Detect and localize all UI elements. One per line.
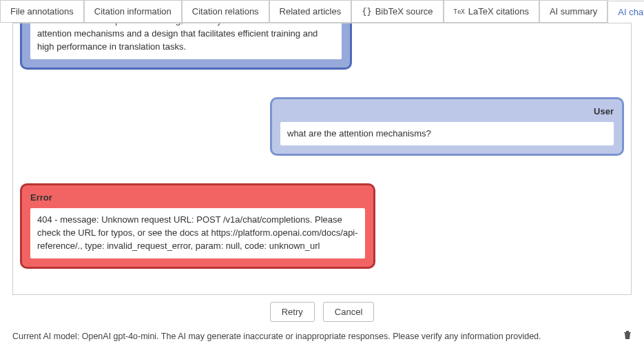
- tab-ai-chat[interactable]: AI chat: [607, 1, 644, 23]
- footer-text: Current AI model: OpenAI gpt-4o-mini. Th…: [12, 332, 541, 341]
- tab-related-articles[interactable]: Related articles: [269, 0, 352, 22]
- cancel-button[interactable]: Cancel: [323, 302, 374, 322]
- clear-chat-button[interactable]: [623, 330, 632, 342]
- tab-bibtex-source[interactable]: {}BibTeX source: [351, 0, 443, 22]
- user-message: User what are the attention mechanisms?: [270, 97, 624, 156]
- error-message: Error 404 - message: Unknown request URL…: [20, 183, 375, 269]
- retry-button[interactable]: Retry: [270, 302, 315, 322]
- error-message-text: 404 - message: Unknown request URL: POST…: [30, 208, 365, 258]
- chat-area: advancement in sequence modeling, driven…: [12, 23, 632, 295]
- user-message-text: what are the attention mechanisms?: [280, 122, 614, 146]
- trash-icon: [623, 330, 632, 340]
- tab-file-annotations[interactable]: File annotations: [0, 0, 84, 22]
- tabs-bar: File annotations Citation information Ci…: [0, 0, 644, 23]
- assistant-message: advancement in sequence modeling, driven…: [20, 23, 352, 70]
- assistant-message-text: advancement in sequence modeling, driven…: [30, 23, 342, 59]
- tab-citation-relations[interactable]: Citation relations: [182, 0, 269, 22]
- action-buttons: Retry Cancel: [0, 302, 644, 322]
- tab-citation-information[interactable]: Citation information: [84, 0, 182, 22]
- tab-ai-summary[interactable]: AI summary: [539, 0, 607, 22]
- footer: Current AI model: OpenAI gpt-4o-mini. Th…: [12, 330, 632, 342]
- tab-latex-citations[interactable]: TeXLaTeX citations: [444, 0, 539, 22]
- error-role-label: Error: [30, 192, 365, 203]
- braces-icon: {}: [362, 7, 371, 17]
- user-role-label: User: [280, 106, 614, 116]
- tex-icon: TeX: [454, 8, 465, 15]
